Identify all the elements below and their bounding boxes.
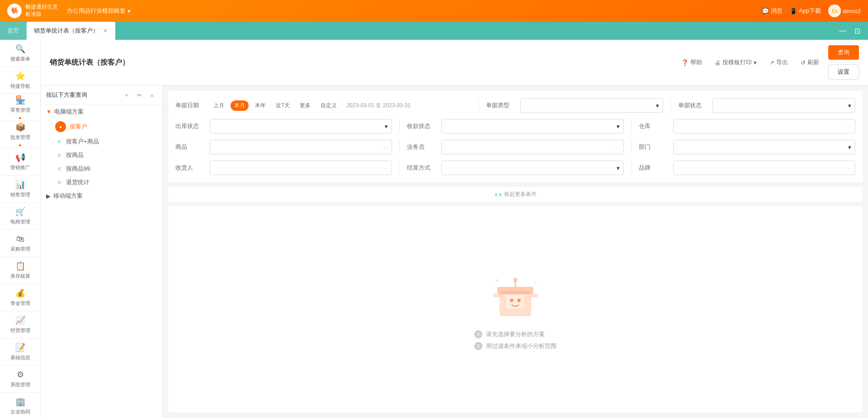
sidebar-item-basicinfo[interactable]: 📝 基础信息 — [0, 338, 40, 366]
scheme-goods-label: 按商品 — [66, 151, 84, 159]
scheme-by-goods[interactable]: ≡ 按商品 — [50, 148, 162, 162]
warehouse-control: ··· — [673, 119, 855, 133]
sidebar-wholesale-label: 批发管理 — [10, 134, 30, 140]
divider-3 — [399, 119, 400, 133]
tip-num-1: ① — [474, 330, 482, 338]
warehouse-dots: ··· — [846, 123, 851, 130]
sidebar-item-ecommerce[interactable]: 🛒 电商管理 — [0, 203, 40, 230]
order-status-chevron: ▾ — [848, 102, 851, 109]
settlement-select[interactable]: ▾ — [441, 161, 623, 175]
order-status-select[interactable]: ▾ — [712, 98, 855, 113]
sidebar-item-marketing[interactable]: 📢 营销推广 — [0, 148, 40, 176]
sidebar-item-purchase[interactable]: 🛍 采购管理 — [0, 230, 40, 257]
brand-select[interactable]: ··· — [673, 161, 855, 175]
scheme-icon-3: ≡ — [55, 165, 63, 173]
svg-text:✦: ✦ — [495, 277, 500, 284]
payment-status-select[interactable]: ▾ — [441, 119, 623, 133]
messages-button[interactable]: 💬 消息 — [762, 7, 783, 15]
tab-close-icon[interactable]: ✕ — [103, 28, 108, 34]
export-icon: ↗ — [769, 59, 774, 66]
sidebar-item-enterprise[interactable]: 🏢 企业协同 — [0, 393, 40, 418]
warehouse-select[interactable]: ··· — [673, 119, 855, 133]
collapse-bar[interactable]: ∧∧ 收起更多条件 — [168, 187, 863, 202]
sales-icon: 📊 — [15, 180, 25, 190]
content-area: 销货单统计表（按客户） ❓ 帮助 🖨 按模板打印 ▾ ↗ 导出 ↺ 刷新 — [41, 40, 868, 418]
date-tab-custom[interactable]: 自定义 — [317, 100, 340, 111]
sidebar-item-wholesale[interactable]: 📦 批发管理 ▲ — [0, 121, 40, 148]
tab-collapse-button[interactable]: — — [837, 25, 848, 36]
sidebar-item-inventory[interactable]: 📋 库存核算 — [0, 257, 40, 284]
tab-home[interactable]: 首页 — [0, 22, 27, 40]
divider-4 — [631, 119, 632, 133]
refresh-label: 刷新 — [807, 58, 819, 66]
query-button[interactable]: 查询 — [828, 45, 859, 60]
template-print-button[interactable]: 🖨 按模板打印 ▾ — [711, 57, 760, 68]
date-tab-thismonth[interactable]: 本月 — [231, 100, 249, 111]
sidebar-item-search[interactable]: 🔍 搜索菜单 — [0, 40, 40, 67]
sidebar-item-operations[interactable]: 📈 经营管理 — [0, 311, 40, 338]
date-tab-7days[interactable]: 近7天 — [272, 100, 293, 111]
retail-arrow: ▲ — [18, 115, 23, 120]
app-selector-label: 办公用品行业模拟账套 — [67, 7, 126, 15]
tab-bar-actions: — ⊡ — [832, 25, 868, 36]
sidebar-item-quicknav[interactable]: ⭐ 快捷导航 — [0, 67, 40, 94]
app-selector[interactable]: 办公用品行业模拟账套 ▾ — [63, 5, 134, 17]
scheme-by-customer-goods[interactable]: ≡ 按客户+商品 — [50, 135, 162, 148]
filter-goods: 商品 ··· — [175, 140, 392, 154]
order-status-label: 单据状态 — [678, 101, 705, 109]
salesman-label: 业务员 — [407, 143, 434, 151]
filter-salesman: 业务员 ··· — [407, 140, 623, 154]
collapse-panel-button[interactable]: « — [147, 90, 157, 100]
filter-payment-status: 收款状态 ▾ — [407, 119, 623, 133]
scheme-return-stat[interactable]: ≡ 退货统计 — [50, 176, 162, 189]
setup-button[interactable]: 设置 — [828, 64, 859, 80]
sidebar-item-system[interactable]: ⚙ 系统管理 — [0, 366, 40, 393]
date-range-label: 2023-03-01 至 2023-03-31 — [347, 102, 410, 109]
mobile-section-header[interactable]: ▶ 移动端方案 — [41, 189, 162, 203]
settlement-control: ▾ — [441, 161, 623, 175]
divider-6 — [631, 140, 632, 154]
scheme-by-customer[interactable]: ● 按客户 — [50, 119, 162, 135]
date-tab-thisyear[interactable]: 本年 — [251, 100, 269, 111]
order-type-select[interactable]: ▾ — [520, 98, 663, 113]
date-tab-more[interactable]: 更多 — [296, 100, 314, 111]
payment-status-chevron: ▾ — [617, 123, 620, 130]
order-type-label: 单据类型 — [486, 101, 513, 109]
receiver-label: 收货人 — [175, 164, 203, 172]
filter-settlement: 结算方式 ▾ — [407, 161, 623, 175]
stock-status-select[interactable]: ▾ — [210, 119, 392, 133]
sidebar-retail-label: 零售管理 — [10, 107, 30, 113]
sidebar-inventory-label: 库存核算 — [10, 273, 30, 279]
sidebar-quicknav-label: 快捷导航 — [10, 83, 30, 89]
date-tab-lastmonth[interactable]: 上月 — [210, 100, 228, 111]
filter-department: 部门 ▾ — [639, 140, 855, 154]
department-chevron: ▾ — [848, 144, 851, 151]
export-button[interactable]: ↗ 导出 — [766, 57, 792, 68]
app-download-button[interactable]: 📱 App下载 — [790, 7, 821, 15]
tab-sales-stat[interactable]: 销货单统计表（按客户） ✕ — [27, 22, 115, 40]
payment-status-label: 收款状态 — [407, 122, 434, 130]
brand-label: 品牌 — [639, 164, 666, 172]
operations-icon: 📈 — [15, 315, 25, 325]
help-button[interactable]: ❓ 帮助 — [678, 57, 706, 68]
logo-text: 畅捷通好生意 标准版 — [25, 4, 58, 18]
refresh-button[interactable]: ↺ 刷新 — [797, 57, 823, 68]
tab-expand-button[interactable]: ⊡ — [852, 25, 863, 36]
salesman-select[interactable]: ··· — [441, 140, 623, 154]
print-arrow-icon: ▾ — [754, 59, 757, 66]
sidebar-item-retail[interactable]: 🏪 零售管理 ▲ — [0, 94, 40, 121]
sidebar-item-sales[interactable]: 📊 销售管理 — [0, 176, 40, 203]
sidebar-item-finance[interactable]: 💰 资金管理 — [0, 284, 40, 311]
receiver-select[interactable]: ··· — [210, 161, 392, 175]
scheme-by-customer-label: 按客户 — [70, 123, 87, 131]
scheme-by-goods99[interactable]: ≡ 按商品99 — [50, 162, 162, 176]
user-menu[interactable]: Ea demo2 — [828, 5, 861, 17]
goods-select[interactable]: ··· — [210, 140, 392, 154]
pc-section-header[interactable]: ▼ 电脑端方案 — [41, 105, 162, 119]
department-select[interactable]: ▾ — [673, 140, 855, 154]
page-actions: ❓ 帮助 🖨 按模板打印 ▾ ↗ 导出 ↺ 刷新 查询 — [678, 45, 859, 80]
settlement-label: 结算方式 — [407, 164, 434, 172]
avatar-text: Ea — [828, 5, 841, 17]
add-scheme-button[interactable]: + — [122, 90, 132, 100]
edit-scheme-button[interactable]: ✏ — [134, 90, 144, 100]
